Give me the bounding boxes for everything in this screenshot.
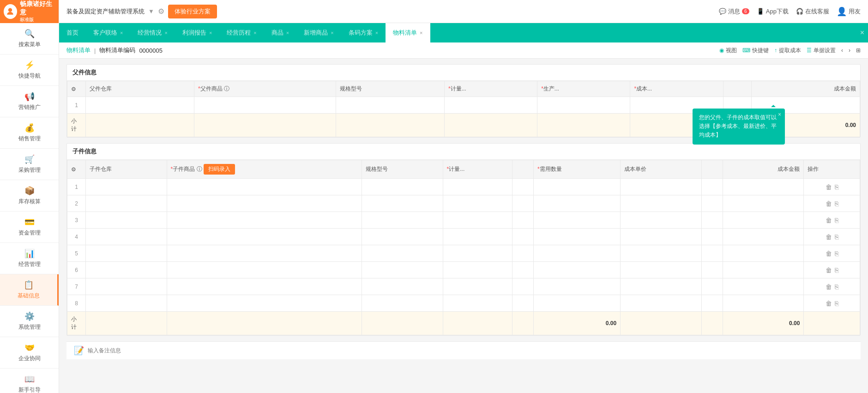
- child-row4-unit-cost[interactable]: [621, 229, 702, 245]
- sidebar-item-guide[interactable]: 📖 新手引导: [0, 369, 59, 393]
- child-row4-unit[interactable]: [443, 229, 512, 245]
- trial-button[interactable]: 体验行业方案: [168, 5, 217, 18]
- breadcrumb-parent[interactable]: 物料清单: [66, 46, 90, 54]
- child-row5-warehouse[interactable]: [86, 245, 167, 262]
- dropdown-arrow-icon[interactable]: ▼: [148, 8, 154, 15]
- child-row3-goods[interactable]: [167, 212, 362, 229]
- delete-icon[interactable]: 🗑: [826, 233, 832, 241]
- child-row8-unit-cost[interactable]: [621, 295, 702, 312]
- delete-icon[interactable]: 🗑: [826, 266, 832, 274]
- child-row3-warehouse[interactable]: [86, 212, 167, 229]
- child-row7-unit-cost[interactable]: [621, 278, 702, 295]
- delete-icon[interactable]: 🗑: [826, 200, 832, 207]
- child-row8-goods[interactable]: [167, 295, 362, 312]
- child-row6-qty[interactable]: [533, 262, 620, 278]
- child-row6-unit[interactable]: [443, 262, 512, 278]
- child-row5-unit[interactable]: [443, 245, 512, 262]
- child-row7-spec[interactable]: [362, 278, 443, 295]
- child-row2-unit[interactable]: [443, 195, 512, 212]
- child-row6-goods[interactable]: [167, 262, 362, 278]
- parent-row-warehouse[interactable]: [86, 97, 194, 114]
- child-row2-unit-cost[interactable]: [621, 195, 702, 212]
- grid-view-btn[interactable]: ⊞: [856, 47, 861, 54]
- tab-close-all-btn[interactable]: ×: [856, 23, 868, 42]
- copy-icon[interactable]: ⎘: [835, 283, 838, 290]
- tab-customer-close[interactable]: ×: [120, 30, 123, 36]
- nav-prev-btn[interactable]: ‹: [841, 47, 843, 54]
- child-row1-warehouse[interactable]: [86, 179, 167, 195]
- tab-operation-close[interactable]: ×: [164, 30, 167, 36]
- delete-icon[interactable]: 🗑: [826, 283, 832, 290]
- child-row6-spec[interactable]: [362, 262, 443, 278]
- scan-input-btn[interactable]: 扫码录入: [204, 164, 235, 175]
- child-row7-goods[interactable]: [167, 278, 362, 295]
- copy-icon[interactable]: ⎘: [835, 217, 838, 224]
- tab-operation[interactable]: 经营情况 ×: [130, 23, 175, 42]
- remark-input[interactable]: [88, 347, 853, 354]
- child-row5-qty[interactable]: [533, 245, 620, 262]
- parent-row-unit[interactable]: [444, 97, 537, 114]
- copy-icon[interactable]: ⎘: [835, 250, 838, 257]
- child-row2-qty[interactable]: [533, 195, 620, 212]
- child-row8-warehouse[interactable]: [86, 295, 167, 312]
- child-row1-unit-cost[interactable]: [621, 179, 702, 195]
- extract-cost-btn[interactable]: ↑ 提取成本: [774, 47, 801, 54]
- parent-row-goods[interactable]: [194, 97, 336, 114]
- child-row4-goods[interactable]: [167, 229, 362, 245]
- tab-goods[interactable]: 商品 ×: [264, 23, 296, 42]
- child-row7-qty[interactable]: [533, 278, 620, 295]
- single-settings-btn[interactable]: ☰ 单据设置: [807, 47, 836, 54]
- tab-history[interactable]: 经营历程 ×: [219, 23, 264, 42]
- delete-icon[interactable]: 🗑: [826, 300, 832, 307]
- child-row6-warehouse[interactable]: [86, 262, 167, 278]
- copy-icon[interactable]: ⎘: [835, 233, 838, 241]
- copy-icon[interactable]: ⎘: [835, 266, 838, 274]
- sidebar-item-sales[interactable]: 💰 销售管理: [0, 117, 59, 149]
- child-row2-spec[interactable]: [362, 195, 443, 212]
- sidebar-item-inventory[interactable]: 📦 库存核算: [0, 180, 59, 212]
- tab-home[interactable]: 首页: [59, 23, 86, 42]
- copy-icon[interactable]: ⎘: [835, 200, 838, 207]
- tab-new-goods[interactable]: 新增商品 ×: [296, 23, 341, 42]
- user-btn[interactable]: 👤 用友: [837, 6, 861, 17]
- shortcut-btn[interactable]: ⌨ 快捷键: [742, 47, 769, 54]
- sidebar-item-basic-info[interactable]: 📋 基础信息: [0, 274, 59, 306]
- parent-row-produce[interactable]: [537, 97, 630, 114]
- child-row3-qty[interactable]: [533, 212, 620, 229]
- settings-icon[interactable]: ⚙: [158, 7, 164, 16]
- child-row1-unit[interactable]: [443, 179, 512, 195]
- child-row8-qty[interactable]: [533, 295, 620, 312]
- child-row4-qty[interactable]: [533, 229, 620, 245]
- view-btn[interactable]: ◉ 视图: [719, 47, 737, 54]
- tab-barcode-close[interactable]: ×: [375, 30, 378, 36]
- child-row8-unit[interactable]: [443, 295, 512, 312]
- sidebar-item-purchase[interactable]: 🛒 采购管理: [0, 149, 59, 180]
- sidebar-item-search[interactable]: 🔍 搜索菜单: [0, 23, 59, 54]
- child-row1-qty[interactable]: [533, 179, 620, 195]
- sidebar-item-operation[interactable]: 📊 经营管理: [0, 243, 59, 274]
- child-row3-unit[interactable]: [443, 212, 512, 229]
- tab-customer[interactable]: 客户联络 ×: [86, 23, 130, 42]
- sidebar-item-system[interactable]: ⚙️ 系统管理: [0, 306, 59, 337]
- sidebar-item-finance[interactable]: 💳 资金管理: [0, 212, 59, 243]
- child-row3-unit-cost[interactable]: [621, 212, 702, 229]
- child-row8-spec[interactable]: [362, 295, 443, 312]
- child-row7-unit[interactable]: [443, 278, 512, 295]
- app-download-btn[interactable]: 📱 App下载: [757, 7, 789, 16]
- parent-col-settings[interactable]: ⚙: [67, 81, 86, 97]
- child-row5-unit-cost[interactable]: [621, 245, 702, 262]
- sidebar-item-quick-nav[interactable]: ⚡ 快捷导航: [0, 54, 59, 86]
- tab-profit-close[interactable]: ×: [209, 30, 212, 36]
- copy-icon[interactable]: ⎘: [835, 183, 838, 191]
- delete-icon[interactable]: 🗑: [826, 217, 832, 224]
- child-row4-spec[interactable]: [362, 229, 443, 245]
- tab-new-goods-close[interactable]: ×: [331, 30, 333, 36]
- tab-barcode[interactable]: 条码方案 ×: [341, 23, 386, 42]
- sidebar-item-marketing[interactable]: 📢 营销推广: [0, 86, 59, 117]
- nav-next-btn[interactable]: ›: [849, 47, 850, 54]
- tab-goods-close[interactable]: ×: [286, 30, 289, 36]
- tab-bom-close[interactable]: ×: [420, 30, 422, 36]
- tab-bom[interactable]: 物料清单 ×: [386, 23, 430, 42]
- online-service-btn[interactable]: 🎧 在线客服: [796, 7, 829, 16]
- child-row5-spec[interactable]: [362, 245, 443, 262]
